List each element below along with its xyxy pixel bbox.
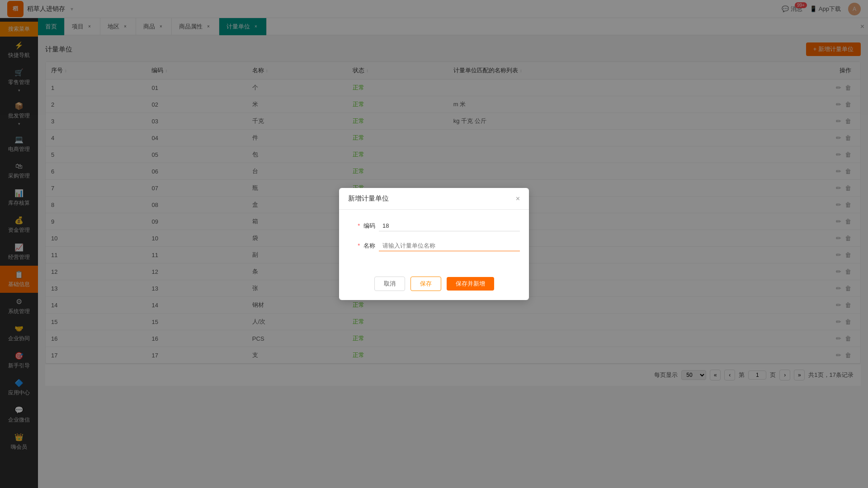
modal-footer: 取消 保存 保存并新增 (339, 271, 529, 300)
name-input[interactable] (379, 240, 520, 251)
code-label: * 编码 (348, 222, 375, 230)
modal-overlay: 新增计量单位 × * 编码 * 名称 取消 保存 保存并新增 (0, 0, 868, 488)
save-and-new-button[interactable]: 保存并新增 (447, 277, 494, 291)
cancel-button[interactable]: 取消 (374, 277, 405, 291)
name-required-marker: * (358, 242, 360, 249)
form-row-name: * 名称 (348, 240, 520, 251)
code-input[interactable] (379, 221, 520, 231)
name-label: * 名称 (348, 242, 375, 250)
save-button[interactable]: 保存 (410, 277, 441, 291)
modal-title: 新增计量单位 (348, 194, 389, 203)
code-required-marker: * (358, 222, 360, 229)
modal-header: 新增计量单位 × (339, 188, 529, 210)
form-row-code: * 编码 (348, 221, 520, 231)
modal-close-button[interactable]: × (516, 195, 520, 203)
modal-body: * 编码 * 名称 (339, 210, 529, 271)
add-unit-modal: 新增计量单位 × * 编码 * 名称 取消 保存 保存并新增 (339, 188, 529, 300)
